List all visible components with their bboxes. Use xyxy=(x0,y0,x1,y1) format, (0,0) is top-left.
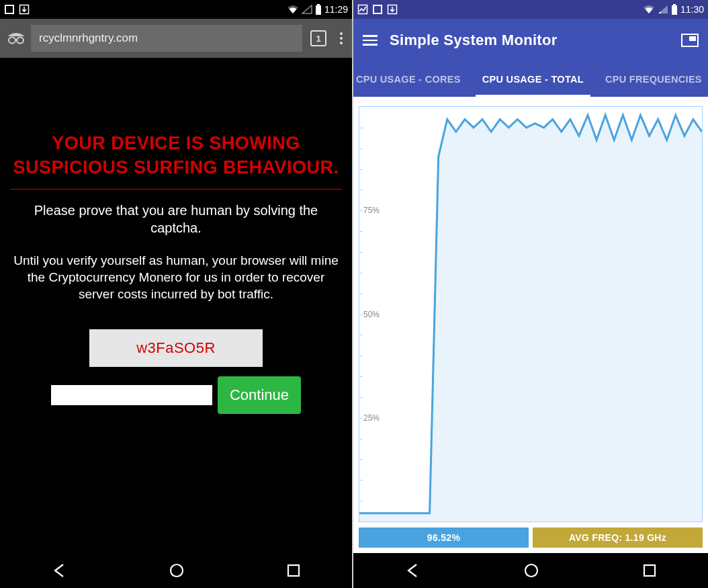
overflow-menu-button[interactable] xyxy=(335,32,348,44)
battery-icon xyxy=(671,4,678,15)
wifi-icon xyxy=(287,5,299,14)
svg-rect-16 xyxy=(644,565,655,576)
battery-icon xyxy=(315,4,322,15)
captcha-display: w3FaSO5R xyxy=(89,329,263,367)
page-content: YOUR DEVICE IS SHOWING SUSPICIOUS SURFIN… xyxy=(0,58,352,553)
svg-rect-4 xyxy=(316,5,321,15)
captcha-text: w3FaSO5R xyxy=(136,339,216,357)
home-button[interactable] xyxy=(168,562,185,579)
pip-button[interactable] xyxy=(681,34,699,47)
recents-button[interactable] xyxy=(641,562,658,579)
download-icon xyxy=(387,4,398,15)
cpu-chart: 75% 50% 25% xyxy=(359,106,703,522)
svg-rect-3 xyxy=(317,4,320,5)
unknown-square-icon xyxy=(4,4,15,15)
lead-text: Please prove that you are human by solvi… xyxy=(11,202,341,237)
recents-button[interactable] xyxy=(285,562,302,579)
tab-label: CPU USAGE - CORES xyxy=(356,74,461,85)
incognito-icon xyxy=(4,30,27,47)
stat-cpu-pct: 96.52% xyxy=(359,528,529,548)
chart-area: 75% 50% 25% 96.52% AVG FREQ: 1.19 GHz xyxy=(353,97,708,553)
svg-rect-11 xyxy=(374,6,381,13)
android-nav-bar xyxy=(353,553,708,588)
divider xyxy=(11,189,341,190)
status-time: 11:30 xyxy=(680,4,704,15)
unknown-square-icon xyxy=(372,4,383,15)
back-button[interactable] xyxy=(404,562,421,579)
chart-icon xyxy=(357,4,368,15)
url-field[interactable]: rcyclmnrhgntry.com xyxy=(31,25,302,52)
chart-svg xyxy=(359,107,702,521)
status-bar: 11:30 xyxy=(353,0,708,19)
svg-point-15 xyxy=(525,564,537,577)
url-text: rcyclmnrhgntry.com xyxy=(39,32,138,45)
continue-button[interactable]: Continue xyxy=(218,376,301,414)
stat-row: 96.52% AVG FREQ: 1.19 GHz xyxy=(359,528,703,548)
svg-point-7 xyxy=(171,564,183,577)
tab-cpu-freq[interactable]: CPU FREQUENCIES xyxy=(594,62,705,97)
wifi-icon xyxy=(643,5,655,14)
more-vert-icon xyxy=(340,32,343,44)
stat-value: 96.52% xyxy=(427,532,460,543)
status-bar: 11:29 xyxy=(0,0,352,19)
back-button[interactable] xyxy=(50,562,68,579)
svg-rect-8 xyxy=(288,565,299,576)
phone-system-monitor: 11:30 Simple System Monitor CPU USAGE - … xyxy=(353,0,708,588)
tab-cpu-total[interactable]: CPU USAGE - TOTAL xyxy=(472,62,594,97)
captcha-input[interactable] xyxy=(51,385,212,405)
tab-cpu-cores[interactable]: CPU USAGE - CORES xyxy=(353,62,472,97)
tab-label: CPU FREQUENCIES xyxy=(605,74,702,85)
hamburger-menu-button[interactable] xyxy=(363,35,378,46)
browser-toolbar: rcyclmnrhgntry.com 1 xyxy=(0,19,352,58)
svg-point-5 xyxy=(9,38,15,44)
android-nav-bar xyxy=(0,553,352,588)
stat-avg-freq: AVG FREQ: 1.19 GHz xyxy=(533,528,703,548)
pip-icon xyxy=(681,34,699,47)
app-bar: Simple System Monitor xyxy=(353,19,708,62)
warning-headline: YOUR DEVICE IS SHOWING SUSPICIOUS SURFIN… xyxy=(11,132,341,179)
cell-signal-icon xyxy=(658,5,668,14)
svg-point-6 xyxy=(17,38,24,44)
svg-rect-14 xyxy=(672,5,677,15)
download-icon xyxy=(19,4,30,15)
cell-signal-icon xyxy=(302,5,312,14)
svg-rect-1 xyxy=(6,6,13,13)
app-title: Simple System Monitor xyxy=(390,32,558,49)
stat-value: AVG FREQ: 1.19 GHz xyxy=(569,532,666,543)
tab-label: CPU USAGE - TOTAL xyxy=(482,74,584,85)
phone-browser: 11:29 rcyclmnrhgntry.com 1 YOUR DEVICE I… xyxy=(0,0,353,588)
continue-label: Continue xyxy=(230,386,289,404)
tab-count: 1 xyxy=(316,34,320,44)
status-time: 11:29 xyxy=(324,4,348,15)
sub-text: Until you verify yourself as human, your… xyxy=(11,253,341,302)
svg-rect-13 xyxy=(673,4,676,5)
tabs-button[interactable]: 1 xyxy=(310,30,326,46)
home-button[interactable] xyxy=(523,562,540,579)
tab-bar: CPU USAGE - CORES CPU USAGE - TOTAL CPU … xyxy=(353,62,708,97)
